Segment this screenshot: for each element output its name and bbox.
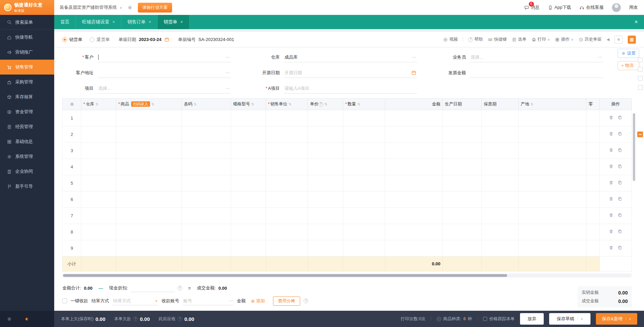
vertical-scrollbar[interactable] [633, 113, 635, 181]
table-cell-product[interactable] [116, 208, 182, 224]
table-cell-amount[interactable] [385, 240, 443, 257]
column-header-settings[interactable] [63, 99, 81, 110]
cost-share-button[interactable]: 费用分摊 [273, 297, 300, 306]
column-header-retail[interactable]: 零 [586, 99, 600, 110]
collapse-sidebar-icon[interactable] [24, 316, 29, 322]
table-cell-barcode[interactable] [182, 191, 231, 208]
sort-icon[interactable]: ⇅ [96, 102, 98, 106]
close-tab-icon[interactable]: × [112, 20, 115, 24]
table-cell-quantity[interactable] [343, 191, 385, 208]
more-icon[interactable]: ⋯ [226, 70, 230, 75]
table-cell-quantity[interactable] [343, 143, 385, 159]
table-cell-spec[interactable] [231, 208, 266, 224]
table-cell-unit-price[interactable] [308, 175, 343, 191]
avatar[interactable] [612, 3, 621, 12]
table-cell-spec[interactable] [231, 126, 266, 143]
doc-date-value[interactable]: 2023-03-24 [139, 37, 162, 42]
table-cell-spec[interactable] [231, 110, 266, 126]
table-cell-retail[interactable] [586, 240, 600, 257]
table-cell-unit-price[interactable] [308, 143, 343, 159]
table-cell-prod-date[interactable] [443, 208, 482, 224]
sidebar-item-sales[interactable]: 销售管理 [0, 60, 54, 75]
invoice-amount-input[interactable] [470, 68, 603, 78]
table-cell-barcode[interactable] [182, 110, 231, 126]
table-cell-unit-price[interactable] [308, 240, 343, 257]
table-cell-retail[interactable] [586, 224, 600, 240]
table-cell-prod-date[interactable] [443, 159, 482, 175]
table-cell-barcode[interactable] [182, 224, 231, 240]
add-payment-button[interactable]: ⊕ 添加 [251, 298, 265, 304]
sort-icon[interactable]: ⇅ [194, 102, 196, 106]
table-cell-spec[interactable] [231, 240, 266, 257]
table-cell-sale-unit[interactable] [266, 240, 308, 257]
delete-row-icon[interactable] [609, 197, 614, 201]
help-circle-icon[interactable]: ? [133, 316, 138, 321]
sidebar-item-inventory[interactable]: 库存核算 [0, 89, 54, 104]
table-cell-quantity[interactable] [343, 240, 385, 257]
copy-row-icon[interactable] [618, 148, 622, 152]
salesman-input[interactable]: 选择... ⋯ [470, 52, 603, 62]
copy-row-icon[interactable] [618, 131, 622, 136]
horizontal-scrollbar[interactable] [62, 273, 632, 278]
discard-button[interactable]: 放弃 [520, 313, 544, 325]
help-circle-icon[interactable]: ? [178, 286, 182, 290]
table-cell-origin[interactable] [519, 208, 586, 224]
close-tab-icon[interactable]: × [149, 20, 151, 24]
table-cell-spec[interactable] [231, 175, 266, 191]
table-cell-warehouse[interactable] [81, 240, 116, 257]
account-input[interactable]: 账号 ⋯ [183, 297, 233, 305]
tab-home[interactable]: 首页 [54, 15, 76, 29]
close-tab-icon[interactable]: × [181, 20, 183, 24]
table-cell-warehouse[interactable] [81, 208, 116, 224]
table-cell-quantity[interactable] [343, 126, 385, 143]
sort-icon[interactable]: ⇅ [151, 102, 154, 106]
pick-order-button[interactable]: 选单 [512, 37, 526, 42]
online-service-button[interactable]: 在线客服 [579, 4, 604, 11]
actions-button[interactable]: 操作 ∨ [555, 37, 573, 42]
table-cell-prod-date[interactable] [443, 175, 482, 191]
sidebar-item-purchase[interactable]: 采购管理 [0, 75, 54, 89]
table-cell-spec[interactable] [231, 159, 266, 175]
table-cell-amount[interactable] [385, 159, 443, 175]
rail-icon[interactable] [638, 58, 643, 62]
column-header-prod-date[interactable]: 生产日期 [443, 99, 482, 110]
delete-row-icon[interactable] [609, 229, 614, 234]
table-cell-sale-unit[interactable] [266, 191, 308, 208]
table-cell-warehouse[interactable] [81, 159, 116, 175]
rail-icon[interactable] [638, 67, 643, 71]
table-cell-product[interactable] [116, 240, 182, 257]
more-icon[interactable]: ⋯ [226, 55, 230, 60]
column-header-spec[interactable]: 规格型号⇅ [231, 99, 266, 110]
table-cell-shelf-life[interactable] [482, 110, 519, 126]
table-cell-unit-price[interactable] [308, 191, 343, 208]
table-cell-amount[interactable] [385, 143, 443, 159]
table-cell-origin[interactable] [519, 143, 586, 159]
sort-icon[interactable]: ⇅ [325, 102, 327, 106]
copy-row-icon[interactable] [618, 180, 622, 185]
tab-shop-settings[interactable]: 旺铺店铺设置 × [76, 15, 121, 29]
more-icon[interactable]: ⋯ [226, 86, 230, 91]
column-header-warehouse[interactable]: *仓库⇅ [81, 99, 116, 110]
table-cell-amount[interactable] [385, 126, 443, 143]
column-header-sale-unit[interactable]: *销售单位⇅ [266, 99, 308, 110]
help-circle-icon[interactable]: ? [178, 316, 182, 321]
table-cell-warehouse[interactable] [81, 224, 116, 240]
price-track-button[interactable]: 价格跟踪本单 [483, 316, 515, 322]
close-all-tabs-icon[interactable]: × [628, 15, 644, 29]
table-cell-barcode[interactable] [182, 143, 231, 159]
settings-gear-icon[interactable] [127, 5, 132, 10]
column-header-product[interactable]: *商品扫码录入⇅ [116, 99, 182, 110]
delete-row-icon[interactable] [609, 180, 614, 185]
table-cell-quantity[interactable] [343, 224, 385, 240]
delete-row-icon[interactable] [609, 213, 614, 218]
customer-input[interactable]: ⋯ [98, 52, 231, 62]
table-cell-barcode[interactable] [182, 175, 231, 191]
calendar-icon[interactable] [411, 70, 416, 75]
column-header-barcode[interactable]: 条码⇅ [182, 99, 231, 110]
settings-button[interactable]: 设置 [618, 49, 639, 58]
table-cell-shelf-life[interactable] [482, 191, 519, 208]
cash-discount-input[interactable] [131, 284, 175, 292]
delete-row-icon[interactable] [609, 148, 614, 152]
table-cell-quantity[interactable] [343, 159, 385, 175]
sidebar-item-system[interactable]: 系统管理 [0, 149, 54, 164]
